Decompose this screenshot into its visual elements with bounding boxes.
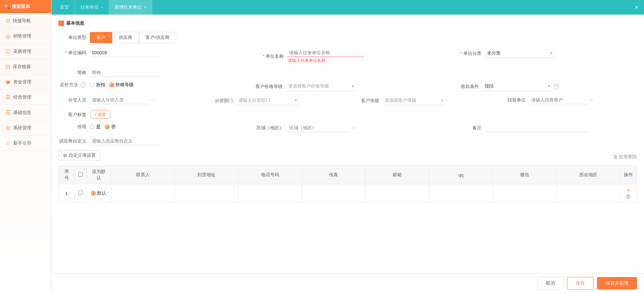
row-checkbox[interactable] [78, 190, 83, 195]
dept-field: 分管部门 请输入分管部门 ▾ [205, 96, 345, 105]
tab-new-partner[interactable]: 新增往来单位 × [109, 0, 152, 15]
radio-price-level[interactable]: 价格等级 [109, 82, 134, 88]
payment-terms-value: 现结 [485, 83, 548, 89]
cell-contact [111, 184, 175, 203]
contact-input[interactable] [115, 189, 171, 197]
disabled-label: 停用 [58, 124, 86, 130]
batch-delete-label: 批量删除 [619, 154, 637, 160]
unit-category-select[interactable]: 未分类 ▾ [485, 49, 555, 58]
dept-label: 分管部门 [205, 98, 233, 104]
btn-supplier[interactable]: 供应商 [112, 32, 139, 43]
save-and-new-button[interactable]: 保存并新增 [597, 277, 637, 290]
radio-discount[interactable]: 折扣 [90, 82, 105, 88]
address-input[interactable] [178, 189, 235, 197]
contacts-table: 序号 设为默认 联系人 到货地址 电话号码 传真 邮箱 qq 微信 所在地区 操… [58, 165, 637, 203]
tab-partners-close[interactable]: × [101, 5, 103, 10]
chevron-down-icon-2: ▾ [352, 84, 354, 89]
customer-tag-label: 客户标签 [58, 112, 86, 118]
unit-type-label: 单位类型 [58, 34, 86, 41]
unit-code-input[interactable] [90, 49, 159, 57]
select-all-checkbox[interactable] [78, 172, 83, 177]
unit-name-input[interactable] [287, 49, 364, 57]
table-header-row: 序号 设为默认 联系人 到货地址 电话号码 传真 邮箱 qq 微信 所在地区 操… [59, 166, 637, 184]
fax-input[interactable] [306, 189, 362, 197]
tab-home[interactable]: 首页 [54, 0, 75, 15]
sidebar-item-basic-info[interactable]: ☰ 基础信息 [0, 105, 51, 120]
settlement-dots[interactable]: ··· [588, 97, 596, 103]
settlement-unit-input[interactable] [529, 96, 588, 104]
sidebar-item-operations[interactable]: ☰ 经营管理 [0, 90, 51, 105]
custom-settings-button[interactable]: ⚙ 自定义项设置 [58, 150, 100, 161]
payment-terms-select[interactable]: 现结 ▾ [482, 82, 552, 91]
region-input[interactable] [287, 124, 350, 132]
batch-delete-button[interactable]: 🗑 批量删除 [613, 152, 637, 161]
customer-tag-field: 客户标签 + 标签 [58, 110, 637, 119]
customer-level-select[interactable]: 请选择客户等级 ▾ [383, 96, 445, 105]
btn-both[interactable]: 客户/供应商 [139, 32, 176, 43]
window-close-button[interactable]: × [632, 4, 641, 11]
pricing-radio-group: 折扣 价格等级 [90, 82, 134, 88]
form-row-supplier-custom: 供应商自定义 [58, 137, 637, 145]
operations-icon: ☰ [6, 94, 10, 100]
default-radio[interactable]: 默认 [90, 190, 108, 196]
tab-new-partner-close[interactable]: × [144, 5, 146, 10]
chevron-down-icon-3: ▾ [548, 84, 550, 89]
add-row-button[interactable]: + [627, 187, 630, 193]
inventory-icon: ⊟ [6, 63, 10, 70]
sidebar-item-sales[interactable]: ◎ 销售管理 [0, 29, 51, 44]
sidebar-search[interactable]: 🔍 搜索菜单 [0, 0, 51, 13]
pricing-help-icon[interactable]: ? [81, 82, 86, 88]
search-icon: 🔍 [4, 4, 10, 9]
sidebar-item-quick-nav[interactable]: ⊙ 快捷导航 [0, 13, 51, 29]
unit-name-field: 单位名称 请输入往来单位名称 [256, 49, 439, 64]
form-row-pricing: 定价方法 ? 折扣 价格等级 [58, 82, 637, 91]
phone-input[interactable] [242, 189, 298, 197]
remarks-input[interactable] [485, 124, 589, 132]
disabled-field: 停用 是 否 [58, 124, 242, 130]
dept-select[interactable]: 请输入分管部门 ▾ [236, 96, 299, 105]
form-row-tag: 客户标签 + 标签 [58, 110, 637, 119]
manager-label: 分管人员 [58, 97, 86, 103]
sidebar-item-guide[interactable]: ☆ 新手引导 [0, 136, 51, 151]
region-dots[interactable]: ··· [350, 125, 357, 131]
tab-partners[interactable]: 往来单位 × [75, 0, 109, 15]
qq-input[interactable] [433, 189, 489, 197]
save-button[interactable]: 保存 [567, 277, 594, 290]
th-email: 邮箱 [366, 166, 429, 184]
manager-dots[interactable]: ··· [149, 97, 156, 103]
radio-price-level-inner [111, 84, 113, 86]
region-label: 区域（地区） [256, 125, 284, 131]
sidebar-item-purchase[interactable]: ☖ 采购管理 [0, 44, 51, 59]
payment-help-icon[interactable]: ? [553, 84, 559, 89]
supplier-custom-field: 供应商自定义 [58, 137, 637, 145]
region-table-input[interactable] [560, 189, 616, 197]
purchase-icon: ☖ [6, 48, 10, 55]
form-row-1: 单位编码 单位名称 请输入往来单位名称 单位分类 未分类 ▾ [58, 49, 637, 64]
radio-discount-label: 折扣 [96, 82, 105, 88]
radio-disabled-no[interactable]: 否 [105, 124, 116, 130]
sidebar-item-finance[interactable]: ◉ 资金管理 [0, 74, 51, 90]
add-tag-button[interactable]: + 标签 [90, 110, 111, 119]
customer-price-level-select[interactable]: 请选择客户价格等级 ▾ [286, 82, 356, 91]
sidebar-item-system[interactable]: ◎ 系统管理 [0, 120, 51, 136]
abbr-input[interactable] [90, 68, 159, 77]
bottom-action-bar: 取消 保存 保存并新增 [52, 273, 644, 293]
email-input[interactable] [369, 189, 425, 197]
unit-name-label: 单位名称 [256, 53, 284, 59]
th-checkbox [74, 166, 86, 184]
supplier-custom-input[interactable] [90, 137, 159, 145]
cell-region [556, 184, 620, 203]
unit-category-value: 未分类 [487, 50, 550, 56]
region-field: 区域（地区） ··· [256, 124, 439, 132]
sidebar-item-label: 采购管理 [13, 48, 31, 55]
th-fax: 传真 [302, 166, 366, 184]
btn-customer[interactable]: 客户 [90, 32, 112, 43]
radio-disabled-yes[interactable]: 是 [90, 124, 101, 130]
wechat-input[interactable] [496, 189, 553, 197]
cancel-button[interactable]: 取消 [537, 277, 564, 290]
delete-row-button[interactable]: 🗑 [626, 193, 631, 200]
manager-input[interactable] [90, 96, 149, 104]
customer-level-placeholder: 请选择客户等级 [385, 97, 441, 104]
th-action: 操作 [620, 166, 637, 184]
sidebar-item-inventory[interactable]: ⊟ 库存核算 [0, 59, 51, 74]
